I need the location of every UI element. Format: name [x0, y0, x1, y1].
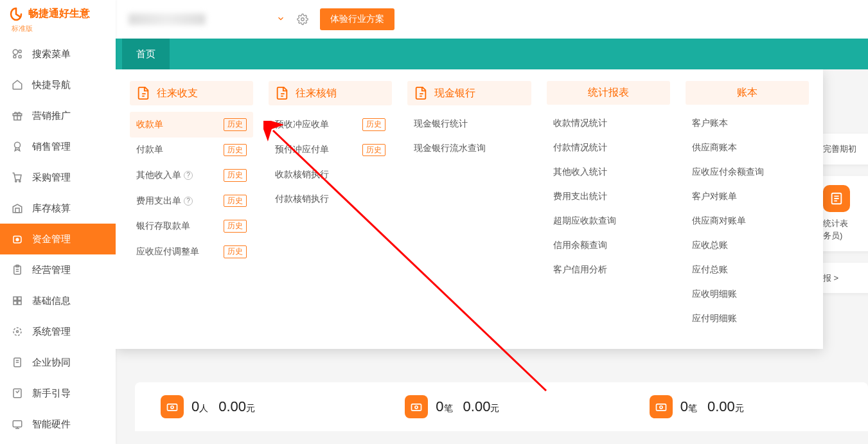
- history-badge[interactable]: 历史: [224, 195, 247, 208]
- svg-rect-2: [19, 55, 21, 58]
- mega-list: 预收冲应收单历史预付冲应付单历史收款核销执行付款核销执行: [269, 112, 392, 211]
- mega-item-label: 应收应付余额查询: [692, 166, 764, 178]
- mega-item-0-2[interactable]: 其他收入单?历史: [130, 163, 253, 188]
- sidebar-item-2[interactable]: 营销推广: [0, 100, 116, 131]
- sidebar-item-3[interactable]: 销售管理: [0, 131, 116, 162]
- mega-column-0: 往来收支收款单历史付款单历史其他收入单?历史费用支出单?历史银行存取款单历史应收…: [122, 81, 261, 331]
- mega-item-3-0[interactable]: 收款情况统计: [547, 111, 670, 136]
- industry-plan-button[interactable]: 体验行业方案: [320, 8, 394, 30]
- mega-item-3-2[interactable]: 其他收入统计: [547, 160, 670, 184]
- sidebar-item-11[interactable]: 新手引导: [0, 378, 116, 409]
- sidebar-item-5[interactable]: 库存核算: [0, 193, 116, 224]
- mega-item-3-3[interactable]: 费用支出统计: [547, 184, 670, 209]
- sidebar-item-10[interactable]: 企业协同: [0, 347, 116, 378]
- cart-icon: [12, 172, 23, 183]
- history-badge[interactable]: 历史: [224, 220, 247, 233]
- stat-num: 0: [191, 398, 199, 414]
- stat-num: 0: [436, 398, 443, 414]
- right-rail: 完善期初 统计表 务员) 报 >: [817, 134, 868, 305]
- sidebar-item-7[interactable]: 经营管理: [0, 254, 116, 285]
- mega-item-label: 应收应付调整单: [136, 246, 199, 258]
- svg-point-0: [13, 49, 18, 55]
- history-badge[interactable]: 历史: [224, 245, 247, 258]
- badge-icon: [12, 141, 23, 152]
- mega-item-4-2[interactable]: 应收应付余额查询: [686, 160, 809, 184]
- history-badge[interactable]: 历史: [362, 118, 385, 131]
- mega-item-1-0[interactable]: 预收冲应收单历史: [269, 112, 392, 138]
- mega-item-3-4[interactable]: 超期应收款查询: [547, 209, 670, 233]
- stat-amount: 0.00: [218, 398, 246, 414]
- mega-item-label: 其他收入统计: [553, 166, 607, 178]
- mega-item-2-1[interactable]: 现金银行流水查询: [407, 136, 531, 161]
- rail-item-reports[interactable]: 统计表 务员): [817, 176, 868, 251]
- rail-item-more[interactable]: 报 >: [817, 263, 868, 294]
- sidebar-item-label: 搜索菜单: [32, 48, 71, 60]
- mega-item-label: 银行存取款单: [136, 220, 190, 232]
- stats-row: 0人0.00元0笔0.00元0笔0.00元: [135, 382, 868, 431]
- mega-column-3: 统计报表收款情况统计付款情况统计其他收入统计费用支出统计超期应收款查询信用余额查…: [539, 81, 678, 331]
- svg-rect-28: [656, 404, 666, 411]
- history-badge[interactable]: 历史: [224, 169, 247, 182]
- mega-header: 现金银行: [407, 81, 531, 105]
- app-root: 畅捷通好生意 标准版 搜索菜单快捷导航营销推广销售管理采购管理库存核算资金管理经…: [0, 0, 868, 444]
- mega-item-4-8[interactable]: 应付明细账: [686, 306, 809, 331]
- mega-item-4-0[interactable]: 客户账本: [686, 111, 809, 136]
- mega-item-4-3[interactable]: 客户对账单: [686, 184, 809, 209]
- tab-0[interactable]: 首页: [122, 39, 170, 69]
- mega-item-label: 应收总账: [692, 240, 728, 251]
- org-selector[interactable]: [128, 13, 285, 25]
- svg-point-18: [17, 331, 19, 333]
- mega-item-1-1[interactable]: 预付冲应付单历史: [269, 138, 392, 163]
- mega-item-4-5[interactable]: 应收总账: [686, 233, 809, 258]
- mega-item-3-5[interactable]: 信用余额查询: [547, 233, 670, 258]
- mega-item-0-4[interactable]: 银行存取款单历史: [130, 213, 253, 239]
- report-icon: [823, 185, 850, 212]
- logo-icon: [8, 6, 24, 22]
- sidebar-item-4[interactable]: 采购管理: [0, 162, 116, 193]
- sidebar-item-12[interactable]: 智能硬件: [0, 409, 116, 440]
- mega-item-4-6[interactable]: 应付总账: [686, 258, 809, 282]
- svg-rect-24: [168, 404, 177, 411]
- help-icon[interactable]: ?: [184, 171, 193, 180]
- mega-item-4-4[interactable]: 供应商对账单: [686, 209, 809, 233]
- history-badge[interactable]: 历史: [362, 144, 385, 157]
- mega-item-1-3[interactable]: 付款核销执行: [269, 187, 392, 211]
- sidebar-item-1[interactable]: 快捷导航: [0, 69, 116, 100]
- help-icon[interactable]: ?: [184, 197, 193, 206]
- mega-header: 统计报表: [547, 81, 670, 105]
- history-badge[interactable]: 历史: [224, 144, 247, 157]
- mega-item-label: 应付总账: [692, 264, 728, 276]
- sidebar-item-9[interactable]: 系统管理: [0, 316, 116, 347]
- mega-header: 往来收支: [130, 81, 253, 105]
- mega-item-0-3[interactable]: 费用支出单?历史: [130, 188, 253, 214]
- rail-item-setup[interactable]: 完善期初: [817, 134, 868, 164]
- history-badge[interactable]: 历史: [224, 118, 247, 131]
- mega-item-3-1[interactable]: 付款情况统计: [547, 136, 670, 160]
- svg-point-22: [301, 18, 305, 21]
- stat-amount: 0.00: [707, 398, 735, 414]
- rail-label: 完善期初: [823, 144, 856, 154]
- gear-icon[interactable]: [294, 11, 311, 28]
- svg-point-8: [19, 181, 21, 182]
- mega-item-4-1[interactable]: 供应商账本: [686, 136, 809, 160]
- mega-item-0-0[interactable]: 收款单历史: [130, 112, 253, 138]
- stat-unit: 笔: [444, 403, 453, 413]
- mega-item-4-7[interactable]: 应收明细账: [686, 282, 809, 306]
- mega-item-0-1[interactable]: 付款单历史: [130, 138, 253, 163]
- mega-item-label: 现金银行流水查询: [414, 143, 486, 154]
- sidebar-item-0[interactable]: 搜索菜单: [0, 39, 116, 69]
- stat-amount-unit: 元: [246, 403, 255, 413]
- sidebar-item-6[interactable]: 资金管理: [0, 224, 116, 254]
- mega-item-3-6[interactable]: 客户信用分析: [547, 258, 670, 282]
- side-nav: 搜索菜单快捷导航营销推广销售管理采购管理库存核算资金管理经营管理基础信息系统管理…: [0, 39, 116, 444]
- mega-item-1-2[interactable]: 收款核销执行: [269, 163, 392, 187]
- mega-column-2: 现金银行现金银行统计现金银行流水查询: [400, 81, 538, 331]
- stat-unit: 人: [199, 403, 208, 413]
- org-name-redacted: [128, 13, 206, 25]
- mega-list: 现金银行统计现金银行流水查询: [407, 112, 531, 161]
- mega-item-label: 费用支出统计: [553, 191, 607, 202]
- svg-rect-13: [13, 297, 17, 300]
- mega-item-2-0[interactable]: 现金银行统计: [407, 112, 531, 136]
- mega-item-0-5[interactable]: 应收应付调整单历史: [130, 239, 253, 265]
- sidebar-item-8[interactable]: 基础信息: [0, 285, 116, 316]
